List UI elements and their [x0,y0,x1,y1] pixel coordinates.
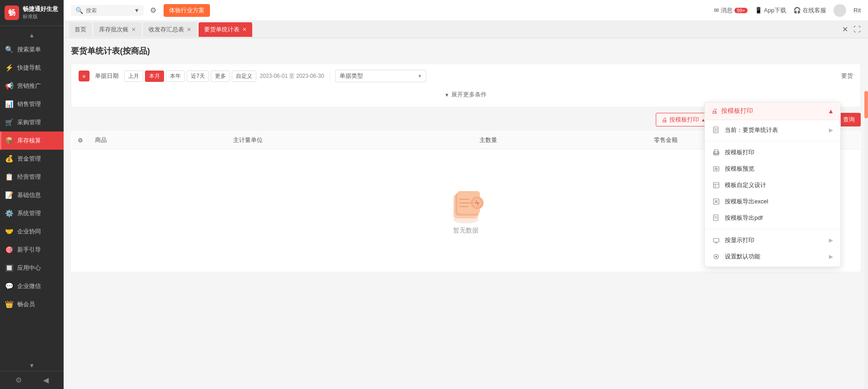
dropdown-display-print[interactable]: 按显示打印 ▶ [705,232,840,248]
table-settings-col[interactable]: ⚙ [71,131,90,149]
tab-bar: 首页 库存批次账 ✕ 收发存汇总表 ✕ 要货单统计表 ✕ ✕ ⛶ [64,21,868,38]
sidebar-item-label: 应用中心 [17,264,41,272]
sidebar-item-finance[interactable]: 💰 资金管理 [0,150,64,168]
tab-receipts-summary[interactable]: 收发存汇总表 ✕ [143,22,197,37]
print-template-btn[interactable]: 🖨 按模板打印 ▲ [656,113,711,126]
dropdown-section-items: 按模板打印 按模板预览 模板自定义设计 [705,142,840,228]
period-btn-7days[interactable]: 近7天 [187,71,209,82]
sidebar-item-business[interactable]: 📋 经营管理 [0,168,64,186]
quick-nav-icon: ⚡ [5,63,14,72]
messages-btn[interactable]: ✉ 消息 99+ [714,6,748,15]
messages-badge: 99+ [734,8,748,13]
empty-text: 暂无数据 [453,227,479,235]
period-btn-this-year[interactable]: 本年 [166,71,185,82]
header-gear-btn[interactable]: ⚙ [150,6,156,15]
top-header: 🔍 ▼ ⚙ 体验行业方案 ✉ 消息 99+ 📱 App下载 🎧 在线客服 Rit [64,0,868,21]
dropdown-collapse-btn[interactable]: ▲ [828,107,834,115]
apps-icon: 🔲 [5,263,14,273]
dropdown-default-left: 设置默认功能 [712,253,760,261]
header-search-input[interactable] [86,7,131,14]
period-btn-custom[interactable]: 自定义 [232,71,256,82]
svg-point-21 [716,168,717,169]
member-icon: 👑 [5,300,14,309]
sidebar-item-marketing[interactable]: 📢 营销推广 [0,77,64,95]
tab-close-btn[interactable]: ✕ [187,27,191,32]
sidebar-scroll-up[interactable]: ▲ [29,30,35,40]
dropdown-item-template-design[interactable]: 模板自定义设计 [705,177,840,193]
sidebar: 畅 畅捷通好生意 标准版 ▲ 🔍 搜索菜单 ⚡ 快捷导航 📢 营销推广 📊 销售… [0,0,64,389]
sidebar-item-collab[interactable]: 🤝 企业协同 [0,222,64,241]
sidebar-item-guide[interactable]: 🎯 新手引导 [0,241,64,259]
right-scrollbar[interactable] [864,91,868,389]
svg-rect-31 [713,238,719,242]
date-range-text: 2023-06-01 至 2023-06-30 [260,72,324,80]
tab-home[interactable]: 首页 [69,22,92,37]
expand-more-row: ▾ 展开更多条件 [79,86,853,101]
period-btn-last-month[interactable]: 上月 [124,71,143,82]
header-search-bar[interactable]: 🔍 ▼ [71,5,144,16]
doc-type-label: 单据类型 [339,72,363,80]
guide-icon: 🎯 [5,245,14,254]
expand-more-btn[interactable]: ▾ 展开更多条件 [438,88,494,101]
dropdown-current-item[interactable]: 当前：要货单统计表 ▶ [705,122,840,138]
tab-close-btn[interactable]: ✕ [242,27,247,32]
header-search-dropdown-btn[interactable]: ▼ [134,7,140,14]
user-avatar[interactable] [833,4,846,17]
dropdown-item-template-pdf[interactable]: 按模板导出pdf [705,210,840,226]
logo-icon: 畅 [5,5,19,20]
doc-type-select[interactable]: 单据类型 ▼ [335,70,426,82]
header-right: ✉ 消息 99+ 📱 App下载 🎧 在线客服 Rit [714,4,861,17]
collapse-sidebar-btn[interactable]: ◀ [43,376,49,384]
period-btn-this-month[interactable]: 本月 [145,71,164,82]
download-icon: 📱 [755,7,762,14]
sidebar-item-label: 库存核算 [17,136,41,145]
empty-state-icon [445,186,486,227]
sidebar-item-label: 企业协同 [17,227,41,236]
tab-order-stats[interactable]: 要货单统计表 ✕ [199,22,252,37]
sidebar-item-search[interactable]: 🔍 搜索菜单 [0,40,64,59]
filter-toggle-btn[interactable]: » [79,71,90,81]
tab-close-all-btn[interactable]: ✕ [840,23,850,35]
tab-close-btn[interactable]: ✕ [131,27,136,32]
message-icon: ✉ [714,7,719,14]
sidebar-item-purchase[interactable]: 🛒 采购管理 [0,113,64,131]
sidebar-nav: 🔍 搜索菜单 ⚡ 快捷导航 📢 营销推广 📊 销售管理 🛒 采购管理 📦 库存核… [0,40,64,360]
scrollbar-thumb [864,91,868,118]
settings-footer-btn[interactable]: ⚙ [15,376,22,384]
sidebar-item-label: 新手引导 [17,246,41,254]
online-service-btn[interactable]: 🎧 在线客服 [793,6,826,15]
dropdown-item-template-excel[interactable]: 按模板导出excel [705,193,840,210]
purchase-icon: 🛒 [5,118,14,127]
sidebar-item-label: 营销推广 [17,82,41,90]
sidebar-scroll-down[interactable]: ▼ [29,360,35,371]
sidebar-item-label: 采购管理 [17,118,41,126]
system-icon: ⚙️ [5,209,14,218]
sidebar-item-member[interactable]: 👑 畅会员 [0,295,64,313]
period-btn-more[interactable]: 更多 [211,71,230,82]
dropdown-item-template-preview[interactable]: 按模板预览 [705,161,840,177]
sidebar-item-basic[interactable]: 📝 基础信息 [0,186,64,204]
app-download-btn[interactable]: 📱 App下载 [755,6,786,15]
sidebar-item-inventory[interactable]: 📦 库存核算 [0,131,64,150]
sidebar-item-quick-nav[interactable]: ⚡ 快捷导航 [0,59,64,77]
sidebar-item-sales[interactable]: 📊 销售管理 [0,95,64,113]
business-icon: 📋 [5,172,14,182]
trial-btn[interactable]: 体验行业方案 [164,4,210,17]
dropdown-current-left: 当前：要货单统计表 [712,126,778,134]
dropdown-divider [705,141,840,141]
sidebar-item-system[interactable]: ⚙️ 系统管理 [0,204,64,222]
svg-point-35 [715,256,717,258]
expand-icon: ▾ [445,91,449,98]
table-col-qty: 主数量 [474,131,649,149]
sidebar-item-wechat[interactable]: 💬 企业微信 [0,277,64,295]
dropdown-set-default[interactable]: 设置默认功能 ▶ [705,248,840,265]
tab-batch-accounts[interactable]: 库存批次账 ✕ [94,22,141,37]
column-settings-icon[interactable]: ⚙ [78,137,83,144]
template-excel-icon [712,197,720,206]
tab-maximize-btn[interactable]: ⛶ [852,24,863,35]
finance-icon: 💰 [5,154,14,163]
sidebar-item-apps[interactable]: 🔲 应用中心 [0,259,64,277]
sidebar-item-label: 搜索菜单 [17,45,41,54]
chevron-down-icon: ▼ [417,73,422,79]
dropdown-item-template-print[interactable]: 按模板打印 [705,144,840,161]
